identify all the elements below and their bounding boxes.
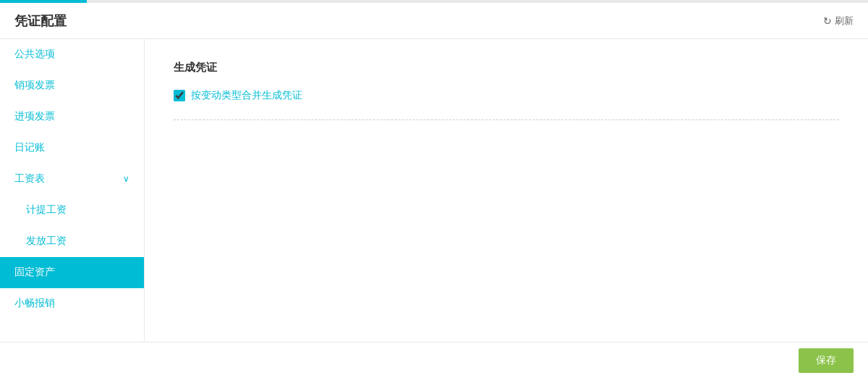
page-footer: 保存 (0, 342, 868, 378)
page-header: 凭证配置 ↻ 刷新 (0, 3, 868, 39)
sidebar-item-payroll[interactable]: 工资表∨ (0, 164, 144, 195)
chevron-down-icon: ∨ (123, 174, 129, 184)
sidebar-item-payroll-payment[interactable]: 发放工资 (0, 226, 144, 257)
sidebar-item-fixed-assets[interactable]: 固定资产 (0, 257, 144, 288)
sidebar-item-expense-report[interactable]: 小畅报销 (0, 288, 144, 319)
content-area: 生成凭证 按变动类型合并生成凭证 (145, 39, 868, 342)
top-bar (0, 0, 868, 3)
save-button[interactable]: 保存 (799, 348, 854, 373)
sidebar-item-label: 销项发票 (14, 79, 55, 92)
section-title: 生成凭证 (174, 61, 839, 75)
checkbox-row: 按变动类型合并生成凭证 (174, 89, 839, 102)
sidebar-item-label: 固定资产 (14, 266, 55, 279)
merge-checkbox[interactable] (174, 90, 185, 101)
refresh-icon: ↻ (823, 15, 832, 27)
sidebar-item-public-options[interactable]: 公共选项 (0, 39, 144, 70)
page-title: 凭证配置 (14, 12, 67, 30)
section-divider (174, 119, 839, 120)
sidebar-item-label: 发放工资 (26, 235, 67, 248)
sidebar-item-sales-invoice[interactable]: 销项发票 (0, 70, 144, 101)
sidebar-item-label: 工资表 (14, 172, 45, 185)
sidebar-item-label: 小畅报销 (14, 297, 55, 310)
top-bar-progress (0, 0, 87, 3)
sidebar: 公共选项销项发票进项发票日记账工资表∨计提工资发放工资固定资产小畅报销 (0, 39, 145, 342)
refresh-button[interactable]: ↻ 刷新 (823, 14, 854, 28)
sidebar-item-payroll-accrual[interactable]: 计提工资 (0, 195, 144, 226)
sidebar-item-label: 日记账 (14, 141, 45, 154)
sidebar-item-journal[interactable]: 日记账 (0, 133, 144, 164)
sidebar-item-label: 进项发票 (14, 110, 55, 123)
sidebar-item-label: 计提工资 (26, 203, 67, 217)
page-wrapper: 凭证配置 ↻ 刷新 公共选项销项发票进项发票日记账工资表∨计提工资发放工资固定资… (0, 0, 868, 378)
sidebar-item-label: 公共选项 (14, 48, 55, 61)
main-content: 公共选项销项发票进项发票日记账工资表∨计提工资发放工资固定资产小畅报销 生成凭证… (0, 39, 868, 342)
sidebar-item-purchase-invoice[interactable]: 进项发票 (0, 101, 144, 133)
refresh-label: 刷新 (835, 14, 854, 28)
checkbox-label[interactable]: 按变动类型合并生成凭证 (191, 89, 302, 102)
